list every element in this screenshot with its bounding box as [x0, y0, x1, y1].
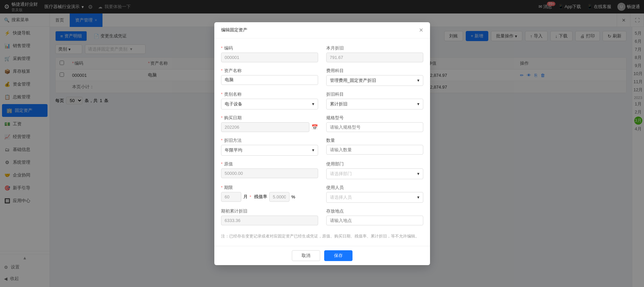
- category-select[interactable]: 电子设备 ▾: [221, 99, 318, 109]
- period-label: * 期限: [221, 185, 318, 191]
- form-item-monthly-dep: 本月折旧: [326, 45, 423, 62]
- period-accumulated-input: [221, 216, 318, 225]
- dept-label: 使用部门: [326, 161, 423, 167]
- spec-model-label: 规格型号: [326, 115, 423, 121]
- original-value-label: * 原值: [221, 161, 318, 167]
- expense-subject-label: 费用科目: [326, 68, 423, 74]
- asset-name-label: * 资产名称: [221, 68, 318, 74]
- dep-subject-label: 折旧科目: [326, 91, 423, 97]
- form-item-period: * 期限 月 * 残值率 %: [221, 185, 318, 203]
- code-input[interactable]: [221, 53, 318, 62]
- chevron-icon7: ▾: [417, 171, 420, 176]
- form-item-period-accumulated: 期初累计折旧: [221, 208, 318, 225]
- code-label: * 编码: [221, 45, 318, 51]
- form-item-code: * 编码: [221, 45, 318, 62]
- form-item-asset-name: * 资产名称: [221, 68, 318, 86]
- edit-asset-modal: 编辑固定资产 ✕ * 编码 本月折旧: [214, 22, 430, 265]
- modal-overlay: 编辑固定资产 ✕ * 编码 本月折旧: [0, 0, 644, 287]
- form-grid: * 编码 本月折旧 * 资产名称: [221, 45, 423, 239]
- original-value-input[interactable]: [221, 168, 318, 178]
- form-item-purchase-date: * 购买日期 📅: [221, 115, 318, 132]
- quantity-label: 数量: [326, 137, 423, 144]
- form-item-spec-model: 规格型号: [326, 115, 423, 132]
- residual-rate-label: 残值率: [254, 194, 267, 200]
- form-item-category: * 类别名称 电子设备 ▾: [221, 91, 318, 109]
- person-select[interactable]: 请选择人员 ▾: [326, 192, 423, 203]
- form-item-original-value: * 原值: [221, 161, 318, 179]
- modal-footer: 取消 保存: [214, 246, 430, 265]
- form-item-dep-subject: 折旧科目 累计折旧 ▾: [326, 91, 423, 109]
- modal-title: 编辑固定资产: [221, 27, 247, 33]
- form-item-expense-subject: 费用科目 管理费用_固定资产折旧 ▾: [326, 68, 423, 86]
- chevron-icon4: ▾: [312, 101, 314, 106]
- monthly-dep-label: 本月折旧: [326, 45, 423, 51]
- form-item-dept: 使用部门 请选择部门 ▾: [326, 161, 423, 179]
- period-input[interactable]: [221, 192, 241, 202]
- spec-model-input[interactable]: [326, 122, 423, 132]
- form-item-quantity: 数量: [326, 137, 423, 156]
- form-item-person: 使用人员 请选择人员 ▾: [326, 185, 423, 203]
- cancel-button[interactable]: 取消: [292, 250, 320, 261]
- period-accumulated-label: 期初累计折旧: [221, 208, 318, 214]
- location-label: 存放地点: [326, 208, 423, 214]
- dep-subject-select[interactable]: 累计折旧 ▾: [326, 99, 423, 109]
- form-item-dep-method: * 折旧方法 年限平均 ▾: [221, 137, 318, 156]
- period-unit: 月: [243, 194, 248, 200]
- modal-close-btn[interactable]: ✕: [419, 27, 423, 33]
- asset-name-input[interactable]: [221, 75, 318, 85]
- location-input[interactable]: [326, 216, 423, 225]
- modal-header: 编辑固定资产 ✕: [214, 22, 430, 38]
- quantity-input[interactable]: [326, 145, 423, 155]
- purchase-date-label: * 购买日期: [221, 115, 318, 121]
- chevron-icon8: ▾: [417, 195, 420, 200]
- purchase-date-row: 📅: [221, 122, 318, 132]
- chevron-icon6: ▾: [312, 148, 314, 153]
- residual-rate-input[interactable]: [269, 192, 289, 202]
- expense-subject-select[interactable]: 管理费用_固定资产折旧 ▾: [326, 75, 423, 86]
- modal-note: 注：已经存在变更记录或者对应固定资产已经生成凭证，原值、购买日期、残值率、累计折…: [221, 233, 423, 239]
- dep-method-select[interactable]: 年限平均 ▾: [221, 145, 318, 156]
- dep-method-label: * 折旧方法: [221, 137, 318, 144]
- dept-select[interactable]: 请选择部门 ▾: [326, 168, 423, 179]
- chevron-icon5: ▾: [417, 101, 420, 106]
- form-item-location: 存放地点: [326, 208, 423, 225]
- calendar-icon[interactable]: 📅: [311, 124, 318, 130]
- purchase-date-input[interactable]: [221, 122, 309, 132]
- chevron-icon3: ▾: [417, 78, 420, 83]
- monthly-dep-input: [326, 53, 423, 62]
- modal-body: * 编码 本月折旧 * 资产名称: [214, 38, 430, 246]
- category-label: * 类别名称: [221, 91, 318, 97]
- person-label: 使用人员: [326, 185, 423, 191]
- residual-rate-unit: %: [292, 194, 296, 199]
- period-row: 月 * 残值率 %: [221, 192, 318, 202]
- save-button[interactable]: 保存: [324, 250, 352, 261]
